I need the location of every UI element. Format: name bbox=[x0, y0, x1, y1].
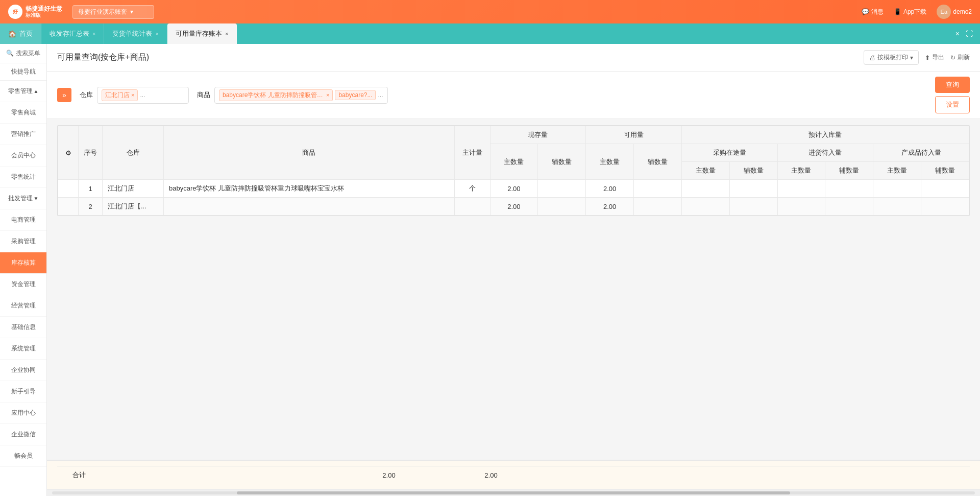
chevron-icon2: ▼ bbox=[34, 196, 39, 201]
sidebar-item-member[interactable]: 会员中心 bbox=[0, 145, 46, 167]
tab-close-available-stock[interactable]: × bbox=[225, 31, 228, 37]
close-all-tabs-btn[interactable]: × bbox=[953, 28, 962, 40]
sidebar-item-app-center[interactable]: 应用中心 bbox=[0, 403, 46, 424]
message-btn[interactable]: 💬 消息 bbox=[862, 8, 884, 16]
th-purchase-main: 主数量 bbox=[681, 162, 729, 180]
th-available: 可用量 bbox=[586, 126, 682, 144]
nav-tabs: 🏠 首页 收发存汇总表 × 要货单统计表 × 可用量库存账本 × × ⛶ bbox=[0, 23, 980, 44]
filter-buttons: 查询 设置 bbox=[935, 77, 970, 113]
sidebar-item-operation[interactable]: 经营管理 bbox=[0, 295, 46, 317]
download-icon: 📱 bbox=[894, 8, 901, 15]
th-purchase-aux: 辅数量 bbox=[729, 162, 777, 180]
product-tag1-close[interactable]: × bbox=[326, 92, 329, 98]
tab-close-order-stat[interactable]: × bbox=[155, 31, 158, 37]
scroll-thumb[interactable] bbox=[237, 491, 791, 494]
scroll-track[interactable] bbox=[52, 491, 975, 494]
th-avail-aux: 辅数量 bbox=[634, 144, 682, 180]
row1-incoming-aux bbox=[825, 180, 873, 198]
th-seq: 序号 bbox=[79, 126, 103, 180]
tab-order-stat[interactable]: 要货单统计表 × bbox=[104, 23, 167, 44]
table-footer: 合计 2.00 2.00 bbox=[47, 460, 980, 489]
row1-product-aux bbox=[921, 180, 969, 198]
user-profile[interactable]: Ea demo2 bbox=[937, 5, 972, 19]
refresh-btn[interactable]: ↻ 刷新 bbox=[950, 53, 970, 62]
row2-product-main bbox=[873, 198, 921, 216]
refresh-icon: ↻ bbox=[950, 54, 955, 61]
row1-settings bbox=[58, 180, 79, 198]
industry-selector[interactable]: 母婴行业演示账套 ▾ bbox=[72, 5, 154, 19]
data-table: ⚙ 序号 仓库 商品 主计量 现存量 可用量 预计入库量 主数量 辅数量 bbox=[58, 126, 969, 216]
content-area: 可用量查询(按仓库+商品) 🖨 按模板打印 ▾ ⬆ 导出 ↻ 刷新 » bbox=[47, 44, 980, 496]
th-settings[interactable]: ⚙ bbox=[58, 126, 79, 180]
row1-avail-aux bbox=[634, 180, 682, 198]
sidebar-item-newbie[interactable]: 新手引导 bbox=[0, 381, 46, 403]
th-product-pending: 产成品待入量 bbox=[873, 144, 969, 162]
row2-product bbox=[164, 198, 455, 216]
row2-purchase-aux bbox=[729, 198, 777, 216]
home-icon: 🏠 bbox=[8, 30, 16, 38]
row1-stock-aux bbox=[538, 180, 586, 198]
row2-avail-main: 2.00 bbox=[586, 198, 634, 216]
table-row: 2 江北门店【... 2.00 2.00 bbox=[58, 198, 969, 216]
warehouse-filter-input[interactable]: 江北门店 × ... bbox=[97, 87, 189, 104]
sidebar-quick-nav[interactable]: 快捷导航 bbox=[0, 63, 46, 81]
row2-purchase-main bbox=[681, 198, 729, 216]
print-btn[interactable]: 🖨 按模板打印 ▾ bbox=[864, 50, 919, 65]
top-bar: 好 畅捷通好生意 标准版 母婴行业演示账套 ▾ 💬 消息 📱 App下载 Ea … bbox=[0, 0, 980, 23]
sidebar-item-purchase[interactable]: 采购管理 bbox=[0, 231, 46, 252]
sidebar-item-basic[interactable]: 基础信息 bbox=[0, 317, 46, 338]
warehouse-tag-close[interactable]: × bbox=[131, 92, 134, 98]
sidebar-item-finance[interactable]: 资金管理 bbox=[0, 274, 46, 295]
row2-avail-aux bbox=[634, 198, 682, 216]
setting-btn[interactable]: 设置 bbox=[935, 96, 970, 113]
th-incoming-aux: 辅数量 bbox=[825, 162, 873, 180]
sidebar-item-ecommerce[interactable]: 电商管理 bbox=[0, 209, 46, 231]
footer-stock-main: 2.00 bbox=[363, 471, 414, 479]
tab-actions: × ⛶ bbox=[948, 23, 980, 44]
sidebar-item-marketing[interactable]: 营销推广 bbox=[0, 124, 46, 145]
table-row: 1 江北门店 babycare学饮杯 儿童防摔防撞吸管杯重力球吸嘴杯宝宝水杯 个… bbox=[58, 180, 969, 198]
row1-stock-main: 2.00 bbox=[490, 180, 538, 198]
product-filter-input[interactable]: babycare学饮杯 儿童防摔防撞吸管杯重力球吸嘴杯宝宝水杯 × babyca… bbox=[214, 87, 388, 104]
th-product-aux: 辅数量 bbox=[921, 162, 969, 180]
sidebar-item-system[interactable]: 系统管理 bbox=[0, 338, 46, 360]
row1-incoming-main bbox=[777, 180, 825, 198]
top-bar-right: 💬 消息 📱 App下载 Ea demo2 bbox=[862, 5, 972, 19]
main-layout: 🔍 搜索菜单 快捷导航 零售管理 ▲ 零售商城 营销推广 会员中心 零售统计 批… bbox=[0, 44, 980, 496]
warehouse-tag: 江北门店 × bbox=[102, 89, 138, 101]
sidebar-item-enterprise-wechat[interactable]: 企业微信 bbox=[0, 424, 46, 445]
sidebar-item-vip[interactable]: 畅会员 bbox=[0, 445, 46, 467]
row1-seq: 1 bbox=[79, 180, 103, 198]
row1-product: babycare学饮杯 儿童防摔防撞吸管杯重力球吸嘴杯宝宝水杯 bbox=[164, 180, 455, 198]
chevron-down-icon: ▾ bbox=[130, 8, 133, 15]
filter-toggle-btn[interactable]: » bbox=[57, 88, 71, 102]
product-tag2: babycare?... bbox=[335, 90, 376, 100]
sidebar-item-retail-mall[interactable]: 零售商城 bbox=[0, 102, 46, 124]
sidebar-item-retail[interactable]: 零售管理 ▲ bbox=[0, 81, 46, 102]
product-filter-label: 商品 bbox=[197, 90, 210, 100]
row1-avail-main: 2.00 bbox=[586, 180, 634, 198]
row2-stock-main: 2.00 bbox=[490, 198, 538, 216]
query-btn[interactable]: 查询 bbox=[935, 77, 970, 93]
warehouse-filter-label: 仓库 bbox=[80, 90, 93, 100]
tab-receive[interactable]: 收发存汇总表 × bbox=[41, 23, 104, 44]
tab-available-stock[interactable]: 可用量库存账本 × bbox=[167, 23, 237, 44]
tab-home[interactable]: 🏠 首页 bbox=[0, 23, 41, 44]
app-logo: 好 畅捷通好生意 标准版 bbox=[8, 5, 62, 19]
export-btn[interactable]: ⬆ 导出 bbox=[925, 53, 944, 62]
horizontal-scrollbar[interactable] bbox=[47, 489, 980, 496]
row2-incoming-aux bbox=[825, 198, 873, 216]
sidebar-search[interactable]: 🔍 搜索菜单 bbox=[0, 44, 46, 63]
expand-btn[interactable]: ⛶ bbox=[964, 28, 975, 40]
filter-bar: » 仓库 江北门店 × ... 商品 babycare学饮杯 儿童防摔防撞吸管杯… bbox=[47, 72, 980, 119]
sidebar-item-enterprise[interactable]: 企业协同 bbox=[0, 360, 46, 381]
table-container: ⚙ 序号 仓库 商品 主计量 现存量 可用量 预计入库量 主数量 辅数量 bbox=[47, 119, 980, 460]
sidebar-item-retail-stat[interactable]: 零售统计 bbox=[0, 167, 46, 188]
th-product: 商品 bbox=[164, 126, 455, 180]
table-wrapper: ⚙ 序号 仓库 商品 主计量 现存量 可用量 预计入库量 主数量 辅数量 bbox=[57, 125, 970, 216]
sidebar-item-wholesale[interactable]: 批发管理 ▼ bbox=[0, 188, 46, 209]
tab-close-receive[interactable]: × bbox=[92, 31, 95, 37]
sidebar-item-inventory[interactable]: 库存核算 bbox=[0, 252, 46, 274]
app-download-btn[interactable]: 📱 App下载 bbox=[894, 8, 926, 16]
th-stock-aux: 辅数量 bbox=[538, 144, 586, 180]
